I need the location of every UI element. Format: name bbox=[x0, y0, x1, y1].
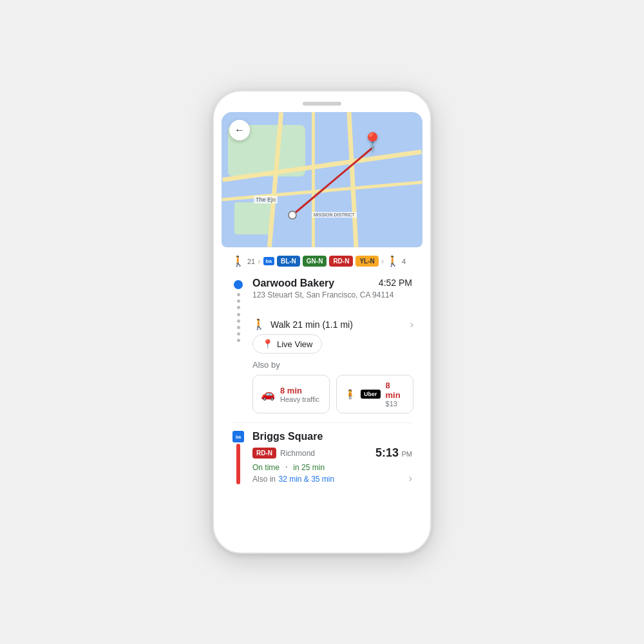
route-svg bbox=[222, 112, 422, 247]
dot-2 bbox=[237, 299, 240, 303]
divider-dot: · bbox=[285, 461, 290, 472]
stop-dot-origin bbox=[234, 280, 243, 289]
briggs-timeline: ba bbox=[232, 431, 245, 484]
also-by-cards: 🚗 8 min Heavy traffic 🧍 Uber 8 min $13 bbox=[252, 375, 413, 413]
uber-price: $13 bbox=[386, 400, 405, 408]
briggs-badge-rd: RD-N bbox=[252, 448, 276, 459]
dot-w3 bbox=[237, 326, 240, 329]
uber-logo: Uber bbox=[361, 390, 381, 399]
phone-speaker bbox=[303, 102, 341, 106]
briggs-name: Briggs Square bbox=[252, 431, 412, 442]
briggs-pm: PM bbox=[402, 450, 413, 458]
richmond-text: Richmond bbox=[280, 449, 315, 458]
live-view-icon: 📍 bbox=[262, 339, 273, 349]
walk-section[interactable]: 🚶 Walk 21 min (1.1 mi) › bbox=[252, 312, 413, 334]
dot-w1 bbox=[237, 313, 240, 316]
uber-card[interactable]: 🧍 Uber 8 min $13 bbox=[336, 375, 413, 413]
bart-logo: ba bbox=[263, 257, 274, 265]
stop-1-address: 123 Steuart St, San Francisco, CA 94114 bbox=[252, 290, 412, 299]
car-desc: Heavy traffic bbox=[280, 395, 319, 403]
also-in-label: Also in bbox=[252, 475, 276, 484]
walk-text: Walk 21 min (1.1 mi) bbox=[270, 319, 353, 330]
also-in-text: Also in 32 min & 35 min bbox=[252, 473, 334, 484]
dot-w2 bbox=[237, 319, 240, 323]
walk-details: 🚶 Walk 21 min (1.1 mi) › 📍 Live View Als… bbox=[252, 309, 413, 422]
also-in-chevron: › bbox=[409, 473, 412, 484]
map-area: The Ejo MISSION DISTRICT 📍 ← bbox=[222, 112, 422, 247]
badge-rd[interactable]: RD-N bbox=[329, 256, 353, 267]
on-time-text: On time bbox=[252, 463, 279, 472]
walk-chevron: › bbox=[410, 319, 413, 330]
timeline-col-1 bbox=[232, 278, 245, 309]
briggs-status-row: On time · in 25 min bbox=[252, 461, 412, 473]
uber-info: 8 min $13 bbox=[386, 381, 405, 408]
live-view-label: Live View bbox=[277, 339, 312, 349]
back-button[interactable]: ← bbox=[229, 120, 250, 140]
phone-frame: The Ejo MISSION DISTRICT 📍 ← 🚶 21 › ba B… bbox=[213, 90, 431, 554]
stop-1-time: 4:52 PM bbox=[379, 278, 412, 288]
car-icon: 🚗 bbox=[261, 387, 275, 401]
content-area: 🚶 21 › ba BL-N GN-N RD-N YL-N › 🚶 4 bbox=[222, 247, 422, 537]
briggs-time: 5:13 bbox=[375, 446, 399, 459]
car-time: 8 min bbox=[280, 386, 319, 395]
briggs-time-col: 5:13 PM bbox=[375, 446, 412, 460]
also-in-row[interactable]: Also in 32 min & 35 min › bbox=[252, 473, 412, 484]
walk-end-min: 4 bbox=[402, 258, 406, 265]
live-view-button[interactable]: 📍 Live View bbox=[252, 334, 322, 354]
map-label-mission: MISSION DISTRICT bbox=[312, 212, 357, 218]
dot-1 bbox=[237, 293, 240, 296]
badge-gn[interactable]: GN-N bbox=[303, 256, 327, 267]
walk-start-icon: 🚶 bbox=[232, 255, 245, 267]
also-in-times: 32 min & 35 min bbox=[278, 475, 334, 484]
also-by-label: Also by bbox=[252, 360, 413, 370]
walk-row-wrapper: 🚶 Walk 21 min (1.1 mi) › 📍 Live View Als… bbox=[232, 309, 412, 422]
destination-pin: 📍 bbox=[361, 131, 384, 153]
timeline-dots-walk bbox=[237, 313, 240, 342]
walk-end-icon: 🚶 bbox=[386, 255, 399, 267]
map-label-ejo: The Ejo bbox=[254, 196, 278, 204]
stop-1-section: Oarwood Bakery 4:52 PM 123 Steuart St, S… bbox=[232, 278, 412, 309]
stop-1-info: Oarwood Bakery 4:52 PM 123 Steuart St, S… bbox=[252, 278, 412, 309]
uber-person-icon: 🧍 bbox=[345, 389, 355, 399]
walk-start-min: 21 bbox=[247, 258, 255, 265]
in-min-text: in 25 min bbox=[293, 463, 325, 472]
walk-icon-section: 🚶 bbox=[252, 318, 265, 330]
stop-2-section: ba Briggs Square RD-N Richmond 5:13 PM O bbox=[232, 422, 412, 484]
chevron-2: › bbox=[381, 256, 384, 266]
badge-bl[interactable]: BL-N bbox=[277, 256, 300, 267]
walk-left: 🚶 Walk 21 min (1.1 mi) bbox=[252, 318, 353, 330]
timeline-col-walk bbox=[232, 309, 245, 422]
stop-1-name: Oarwood Bakery bbox=[252, 278, 334, 289]
stop-1-header: Oarwood Bakery 4:52 PM bbox=[252, 278, 412, 289]
transit-bar: 🚶 21 › ba BL-N GN-N RD-N YL-N › 🚶 4 bbox=[232, 247, 412, 272]
chevron-1: › bbox=[258, 256, 260, 266]
briggs-route-left: RD-N Richmond bbox=[252, 448, 315, 459]
svg-point-1 bbox=[289, 211, 296, 219]
bart-badge-briggs: ba bbox=[232, 431, 244, 442]
car-card[interactable]: 🚗 8 min Heavy traffic bbox=[252, 375, 330, 413]
dot-w4 bbox=[237, 332, 240, 336]
car-info: 8 min Heavy traffic bbox=[280, 386, 319, 403]
svg-line-0 bbox=[292, 147, 373, 215]
timeline-dots-1 bbox=[237, 293, 240, 309]
uber-time: 8 min bbox=[386, 381, 405, 400]
badge-yl[interactable]: YL-N bbox=[355, 256, 378, 267]
briggs-route-row: RD-N Richmond 5:13 PM bbox=[252, 446, 412, 460]
briggs-info: Briggs Square RD-N Richmond 5:13 PM On t… bbox=[252, 431, 412, 484]
dot-w5 bbox=[237, 339, 240, 342]
red-line bbox=[236, 444, 240, 484]
